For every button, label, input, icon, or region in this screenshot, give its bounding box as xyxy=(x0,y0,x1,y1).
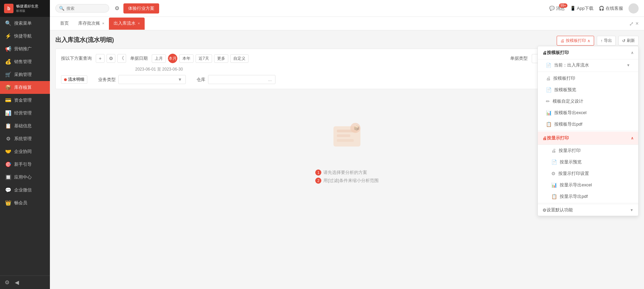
business-type-select[interactable]: ▼ xyxy=(118,75,186,84)
online-service-item[interactable]: 🎧 在线客服 xyxy=(599,5,623,11)
enterprise-label: 企业协同 xyxy=(14,149,32,155)
dropdown-template-excel[interactable]: 📊 按模板导出excel xyxy=(538,107,638,119)
sidebar-bottom: ⚙ ◀ xyxy=(0,275,50,289)
dropdown-display-excel[interactable]: 📊 按显示导出excel xyxy=(538,179,638,191)
sidebar-scroll: 🔍 搜索菜单 ⚡ 快捷导航 📢 营销推广 💰 销售管理 🛒 采购管理 📦 库存核… xyxy=(0,17,50,275)
dropdown-template-print[interactable]: 🖨 按模板打印 xyxy=(538,73,638,84)
finance-label: 资金管理 xyxy=(14,97,32,103)
system-icon: ⚙ xyxy=(5,136,11,142)
sidebar-item-enterprise[interactable]: 🤝 企业协同 xyxy=(0,145,50,158)
expand-icon[interactable]: ⤢ xyxy=(629,20,634,27)
tab-home[interactable]: 首页 xyxy=(55,18,74,30)
sidebar-item-quick-nav[interactable]: ⚡ 快捷导航 xyxy=(0,30,50,43)
set-default-label: 设置默认功能 xyxy=(547,207,573,213)
tabs-bar: 首页 库存批次账 × 出入库流水 × ⤢ × xyxy=(50,17,644,30)
sidebar-item-finance[interactable]: 💳 资金管理 xyxy=(0,94,50,107)
close-panel-icon[interactable]: × xyxy=(636,20,639,27)
messages-badge: 99+ xyxy=(559,3,567,8)
filter-setting-btn[interactable]: ⚙ xyxy=(107,54,115,63)
dropdown-template-preview[interactable]: 📄 按模板预览 xyxy=(538,84,638,96)
guide-icon: 🎯 xyxy=(5,161,11,167)
messages-item[interactable]: 💬 消息 99+ xyxy=(549,5,565,11)
dropdown-chevron-up[interactable]: ∧ xyxy=(631,51,634,55)
date-btn-last-month[interactable]: 上月 xyxy=(152,54,166,63)
settings-icon[interactable]: ⚙ xyxy=(5,279,9,286)
date-btn-this-month[interactable]: 本月 xyxy=(168,54,177,63)
dropdown-template-custom[interactable]: ✏ 模板自定义设计 xyxy=(538,96,638,107)
divider-2 xyxy=(538,131,638,131)
warehouse-select[interactable]: ... xyxy=(208,75,275,84)
export-btn[interactable]: ↑ 导出 xyxy=(597,36,616,46)
basic-info-icon: 📋 xyxy=(5,123,11,129)
flow-detail-tag[interactable]: 流水明细 xyxy=(61,75,87,84)
dropdown-header: 🖨 按模板打印 ∧ xyxy=(538,46,638,59)
template-custom-icon: ✏ xyxy=(546,99,550,104)
dropdown-display-preview[interactable]: 📄 按显示预览 xyxy=(538,156,638,168)
page-actions: 🖨 按模板打印 ∧ ↑ 导出 ↺ 刷新 xyxy=(557,36,639,46)
display-preview-label: 按显示预览 xyxy=(560,159,582,165)
sidebar-item-purchase[interactable]: 🛒 采购管理 xyxy=(0,68,50,81)
display-section-header[interactable]: 🖨 按显示打印 ∧ xyxy=(538,132,638,145)
collapse-sidebar-icon[interactable]: ◀ xyxy=(15,279,19,286)
avatar[interactable] xyxy=(628,3,639,14)
empty-step-2: 2 用[过滤]条件来缩小分析范围 xyxy=(315,177,378,185)
enterprise-icon: 🤝 xyxy=(5,149,11,155)
sidebar-item-wechat[interactable]: 💬 企业微信 xyxy=(0,184,50,196)
refresh-icon: ↺ xyxy=(622,38,625,43)
sidebar-item-app-center[interactable]: 🔲 应用中心 xyxy=(0,171,50,184)
member-icon: 👑 xyxy=(5,200,11,206)
add-filter-btn[interactable]: + xyxy=(96,54,105,63)
sidebar-item-search[interactable]: 🔍 搜索菜单 xyxy=(0,17,50,30)
dropdown-display-settings[interactable]: ⚙ 按显示打印设置 xyxy=(538,168,638,179)
dropdown-current[interactable]: 📄 当前：出入库流水 ▼ xyxy=(538,59,638,71)
logo-icon: b xyxy=(4,4,13,13)
sidebar-item-marketing[interactable]: 📢 营销推广 xyxy=(0,43,50,55)
tab-flow[interactable]: 出入库流水 × xyxy=(109,18,144,30)
empty-illustration: 📦 xyxy=(327,116,367,163)
marketing-label: 营销推广 xyxy=(14,46,32,52)
search-box[interactable]: 🔍 xyxy=(55,4,109,12)
dropdown-bottom[interactable]: ⚙ 设置默认功能 ▼ xyxy=(538,204,638,216)
dropdown-display-pdf[interactable]: 📋 按显示导出pdf xyxy=(538,191,638,202)
page-title: 出入库流水(流水明细) xyxy=(55,36,639,44)
app-center-label: 应用中心 xyxy=(14,174,32,180)
filter-collapse-btn[interactable]: 《 xyxy=(117,54,126,63)
topbar-gear-icon[interactable]: ⚙ xyxy=(115,5,119,11)
date-btn-more[interactable]: 更多 xyxy=(214,54,228,63)
industry-btn[interactable]: 体验行业方案 xyxy=(123,3,159,14)
search-input[interactable] xyxy=(66,6,106,11)
refresh-btn[interactable]: ↺ 刷新 xyxy=(618,36,639,46)
tab-flow-close[interactable]: × xyxy=(138,21,140,25)
sidebar-item-system[interactable]: ⚙ 系统管理 xyxy=(0,132,50,145)
tab-batch-account-close[interactable]: × xyxy=(102,21,104,25)
app-download-item[interactable]: 📱 App下载 xyxy=(570,5,593,11)
sidebar-item-basic-info[interactable]: 📋 基础信息 xyxy=(0,120,50,132)
dropdown-display-print[interactable]: 🖨 按显示打印 xyxy=(538,145,638,156)
sidebar-item-guide[interactable]: 🎯 新手引导 xyxy=(0,158,50,171)
date-btn-this-year[interactable]: 本年 xyxy=(179,54,194,63)
display-preview-icon: 📄 xyxy=(551,159,557,165)
sidebar: b 畅捷通好生意 标准版 🔍 搜索菜单 ⚡ 快捷导航 📢 营销推广 💰 销售管理… xyxy=(0,0,50,289)
main-area: 🔍 ⚙ 体验行业方案 💬 消息 99+ 📱 App下载 🎧 在线客服 首页 xyxy=(50,0,644,289)
sidebar-item-sales[interactable]: 💰 销售管理 xyxy=(0,55,50,68)
date-btn-custom[interactable]: 自定义 xyxy=(230,54,248,63)
display-chevron: ∧ xyxy=(631,136,634,140)
dropdown-template-pdf[interactable]: 📋 按模板导出pdf xyxy=(538,119,638,130)
quick-nav-icon: ⚡ xyxy=(5,33,11,39)
sidebar-item-inventory[interactable]: 📦 库存核算 xyxy=(0,81,50,94)
print-icon-header: 🖨 xyxy=(543,50,547,55)
voucher-type-label: 单据类型 xyxy=(510,55,528,61)
search-icon: 🔍 xyxy=(5,20,11,26)
svg-rect-2 xyxy=(337,134,350,137)
inventory-label: 库存核算 xyxy=(14,84,32,90)
system-label: 系统管理 xyxy=(14,136,32,142)
print-template-btn[interactable]: 🖨 按模板打印 ∧ xyxy=(557,36,594,46)
refresh-label: 刷新 xyxy=(627,38,635,44)
sidebar-item-member[interactable]: 👑 畅会员 xyxy=(0,196,50,209)
warehouse-dots: ... xyxy=(268,77,272,82)
sidebar-item-operations[interactable]: 📊 经营管理 xyxy=(0,107,50,120)
display-excel-label: 按显示导出excel xyxy=(560,182,592,188)
tab-batch-account[interactable]: 库存批次账 × xyxy=(74,18,109,30)
app-center-icon: 🔲 xyxy=(5,174,11,180)
date-btn-7days[interactable]: 近7天 xyxy=(196,54,212,63)
